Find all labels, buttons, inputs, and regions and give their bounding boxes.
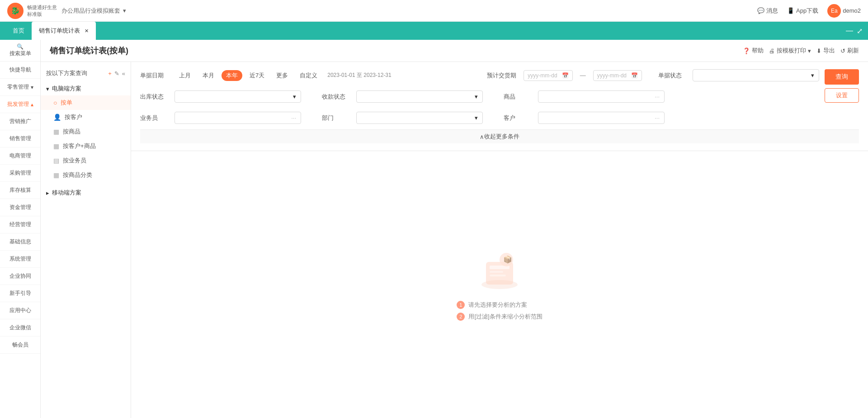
logo-text: 畅捷通好生意 标准版 (27, 4, 57, 18)
filter-row-people: 业务员 ··· 部门 ▾ 客户 (140, 112, 819, 124)
scheme-icon-cust-prod: ▦ (53, 142, 59, 150)
date-shortcut-group: 上月 本月 本年 近7天 更多 自定义 2023-01-01 至 2023-12… (175, 70, 471, 81)
sidebar: 🔍 搜索菜单 快捷导航 零售管理 ▾ 批发管理 ▴ 营销推广 销售管理 电商管理… (0, 40, 41, 418)
user-menu[interactable]: Ea demo2 (827, 4, 861, 18)
date-label: 单据日期 (140, 71, 167, 80)
scheme-item-by-category[interactable]: ▦ 按商品分类 (41, 168, 131, 182)
sidebar-item-operation[interactable]: 经营管理 (0, 216, 40, 233)
sidebar-item-enterprise[interactable]: 企业协同 (0, 268, 40, 285)
shortcut-more[interactable]: 更多 (272, 70, 292, 81)
print-icon: 🖨 (769, 48, 775, 54)
sidebar-search[interactable]: 🔍 搜索菜单 (0, 40, 40, 62)
scheme-icon-customer: 👤 (53, 114, 61, 121)
help-btn[interactable]: ❓ 帮助 (743, 47, 764, 55)
logo-icon: 🐉 (7, 3, 24, 19)
customer-input[interactable]: ··· (538, 112, 665, 124)
date-separator: — (580, 72, 586, 79)
sidebar-item-sales[interactable]: 销售管理 (0, 130, 40, 147)
query-btn[interactable]: 查询 (825, 69, 859, 85)
shortcut-this-year[interactable]: 本年 (222, 70, 242, 81)
window-minimize-btn[interactable]: — (846, 27, 853, 35)
help-icon: ❓ (743, 48, 750, 54)
app-download-btn[interactable]: 📱 App下载 (787, 7, 818, 15)
salesman-label: 业务员 (140, 114, 167, 122)
export-btn[interactable]: ⬇ 导出 (816, 47, 835, 55)
message-btn[interactable]: 💬 消息 (757, 7, 778, 15)
scheme-item-by-customer[interactable]: 👤 按客户 (41, 110, 131, 124)
sidebar-item-weixin[interactable]: 企业微信 (0, 319, 40, 337)
scheme-group-mobile: ▸ 移动端方案 (41, 184, 131, 201)
shortcut-custom[interactable]: 自定义 (295, 70, 322, 81)
sidebar-item-system[interactable]: 系统管理 (0, 251, 40, 268)
scheme-icon-order: ○ (53, 99, 57, 106)
sidebar-item-wholesale[interactable]: 批发管理 ▴ (0, 96, 40, 113)
top-header: 🐉 畅捷通好生意 标准版 办公用品行业模拟账套 ▾ 💬 消息 📱 App下载 E… (0, 0, 868, 22)
sidebar-item-inventory[interactable]: 库存核算 (0, 182, 40, 199)
main-layout: 🔍 搜索菜单 快捷导航 零售管理 ▾ 批发管理 ▴ 营销推广 销售管理 电商管理… (0, 40, 868, 418)
sidebar-item-marketing[interactable]: 营销推广 (0, 113, 40, 130)
add-scheme-btn[interactable]: + (108, 70, 112, 77)
breadcrumb[interactable]: 办公用品行业模拟账套 ▾ (61, 7, 126, 15)
delivery-status-select[interactable]: ▾ (175, 90, 301, 103)
expected-date-start[interactable]: yyyy-mm-dd 📅 (524, 70, 572, 81)
chevron-down-icon: ▾ (475, 114, 478, 121)
left-panel: 按以下方案查询 + ✎ « ▾ 电脑端方案 ○ 按单 (41, 62, 131, 418)
collapse-btn[interactable]: ∧ 收起更多条件 (140, 129, 859, 143)
filter-row-status: 出库状态 ▾ 收款状态 ▾ 商品 (140, 90, 819, 103)
sidebar-item-purchase[interactable]: 采购管理 (0, 165, 40, 182)
collapse-icon: ∧ (480, 133, 484, 140)
scheme-item-by-product[interactable]: ▦ 按商品 (41, 124, 131, 139)
salesman-input[interactable]: ··· (175, 112, 301, 124)
tab-sales-order-stats[interactable]: 销售订单统计表 ✕ (32, 22, 96, 40)
calendar-icon-2: 📅 (631, 72, 638, 79)
sidebar-item-finance[interactable]: 资金管理 (0, 199, 40, 216)
collapse-panel-btn[interactable]: « (122, 70, 125, 77)
scheme-group-header-pc[interactable]: ▾ 电脑端方案 (41, 82, 131, 95)
dept-select[interactable]: ▾ (356, 112, 483, 124)
refresh-icon: ↺ (840, 48, 845, 54)
product-label: 商品 (504, 93, 531, 101)
scheme-group-header-mobile[interactable]: ▸ 移动端方案 (41, 186, 131, 200)
breadcrumb-chevron-icon: ▾ (123, 7, 126, 14)
empty-illustration: 📦 (472, 248, 527, 294)
scheme-item-by-salesman[interactable]: ▤ 按业务员 (41, 153, 131, 168)
chevron-down-icon: ▾ (475, 93, 478, 100)
download-icon: 📱 (787, 7, 794, 14)
dept-label: 部门 (322, 114, 349, 122)
sidebar-item-ecommerce[interactable]: 电商管理 (0, 147, 40, 165)
content-area: 销售订单统计表(按单) ❓ 帮助 🖨 按模板打印 ▾ ⬇ 导出 ↺ 刷新 (41, 40, 868, 418)
payment-status-select[interactable]: ▾ (356, 90, 483, 103)
shortcut-last-7[interactable]: 近7天 (245, 70, 269, 81)
print-btn[interactable]: 🖨 按模板打印 ▾ (769, 47, 811, 55)
header-right: 💬 消息 📱 App下载 Ea demo2 (757, 4, 861, 18)
refresh-btn[interactable]: ↺ 刷新 (840, 47, 859, 55)
date-range-text: 2023-01-01 至 2023-12-31 (327, 71, 391, 79)
scheme-item-by-cust-prod[interactable]: ▦ 按客户+商品 (41, 139, 131, 153)
window-maximize-btn[interactable]: ⤢ (857, 27, 863, 35)
tab-home[interactable]: 首页 (5, 22, 32, 40)
shortcut-this-month[interactable]: 本月 (198, 70, 219, 81)
single-status-label: 单据状态 (658, 71, 685, 80)
logo-area: 🐉 畅捷通好生意 标准版 (7, 3, 57, 19)
svg-rect-3 (490, 271, 503, 273)
chevron-up-icon: ▴ (31, 101, 33, 108)
sidebar-item-retail[interactable]: 零售管理 ▾ (0, 79, 40, 96)
product-input[interactable]: ··· (538, 90, 665, 103)
right-content: 单据日期 上月 本月 本年 近7天 更多 自定义 2023-01-01 至 20… (131, 62, 868, 418)
empty-hints: 1 请先选择要分析的方案 2 用[过滤]条件来缩小分析范围 (457, 301, 542, 321)
empty-state: 📦 1 请先选择要分析的方案 2 用[过滤]条件来缩小分析范围 (131, 151, 868, 418)
scheme-item-by-order[interactable]: ○ 按单 (41, 95, 131, 110)
shortcut-prev-month[interactable]: 上月 (175, 70, 195, 81)
chevron-right-icon: ▸ (46, 190, 49, 196)
edit-scheme-btn[interactable]: ✎ (114, 70, 119, 77)
sidebar-item-member[interactable]: 畅会员 (0, 337, 40, 354)
sidebar-item-basic[interactable]: 基础信息 (0, 233, 40, 251)
sidebar-item-quicknav[interactable]: 快捷导航 (0, 62, 40, 79)
tab-close-icon[interactable]: ✕ (85, 28, 89, 34)
single-status-select[interactable]: ▾ (693, 69, 819, 81)
filter-area: 单据日期 上月 本月 本年 近7天 更多 自定义 2023-01-01 至 20… (131, 62, 868, 151)
setting-btn[interactable]: 设置 (825, 88, 859, 103)
expected-date-end[interactable]: yyyy-mm-dd 📅 (593, 70, 642, 81)
sidebar-item-appstore[interactable]: 应用中心 (0, 302, 40, 319)
sidebar-item-newbie[interactable]: 新手引导 (0, 285, 40, 302)
